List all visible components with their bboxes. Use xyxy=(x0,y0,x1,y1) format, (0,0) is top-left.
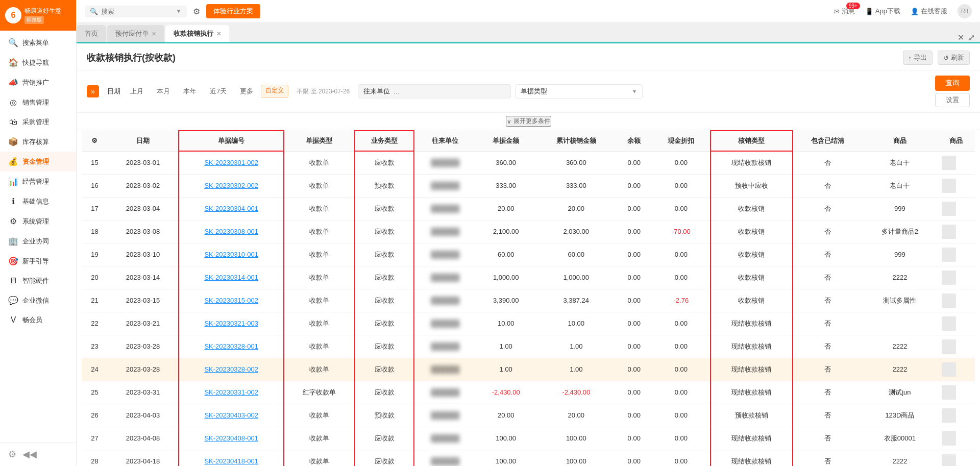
cell-doc-no[interactable]: SK-20230310-001 xyxy=(179,243,284,266)
last7-btn[interactable]: 近7天 xyxy=(204,85,232,98)
th-date[interactable]: 日期 xyxy=(108,131,179,151)
sidebar-item-basic[interactable]: ℹ 基础信息 xyxy=(0,191,76,211)
tab-home[interactable]: 首页 xyxy=(77,25,106,42)
table-row[interactable]: 26 2023-04-03 SK-20230403-002 收款单 预收款 ██… xyxy=(82,404,975,427)
cell-doc-no[interactable]: SK-20230418-001 xyxy=(179,450,284,466)
table-row[interactable]: 19 2023-03-10 SK-20230310-001 收款单 应收款 ██… xyxy=(82,243,975,266)
table-row[interactable]: 27 2023-04-08 SK-20230408-001 收款单 应收款 ██… xyxy=(82,427,975,450)
filter-toggle-button[interactable]: » xyxy=(87,85,99,97)
doc-no-link[interactable]: SK-20230331-002 xyxy=(204,388,258,396)
topbar-gear-icon[interactable]: ⚙ xyxy=(193,7,200,16)
cell-doc-no[interactable]: SK-20230328-001 xyxy=(179,335,284,358)
doc-no-link[interactable]: SK-20230304-001 xyxy=(204,205,258,212)
settings-button[interactable]: 设置 xyxy=(935,93,970,107)
sidebar-item-hardware[interactable]: 🖥 智能硬件 xyxy=(0,271,76,290)
cell-doc-no[interactable]: SK-20230328-002 xyxy=(179,358,284,381)
doc-type-select[interactable]: 单据类型 ▼ xyxy=(515,84,643,99)
sidebar-item-system[interactable]: ⚙ 系统管理 xyxy=(0,211,76,231)
table-row[interactable]: 25 2023-03-31 SK-20230331-002 红字收款单 应收款 … xyxy=(82,381,975,404)
solution-button[interactable]: 体验行业方案 xyxy=(206,4,260,18)
th-product[interactable]: 商品 xyxy=(862,131,937,151)
more-btn[interactable]: 更多 xyxy=(234,85,259,98)
sidebar-item-search[interactable]: 🔍 搜索菜单 xyxy=(0,33,76,53)
sidebar-item-sales[interactable]: ◎ 销售管理 xyxy=(0,92,76,112)
table-row[interactable]: 17 2023-03-04 SK-20230304-001 收款单 应收款 ██… xyxy=(82,197,975,220)
th-biz-type[interactable]: 业务类型 xyxy=(355,131,414,151)
search-input[interactable] xyxy=(101,8,173,15)
doc-no-link[interactable]: SK-20230302-002 xyxy=(204,182,258,189)
cell-doc-no[interactable]: SK-20230403-002 xyxy=(179,404,284,427)
th-product2[interactable]: 商品 xyxy=(938,131,975,151)
last-month-btn[interactable]: 上月 xyxy=(125,85,149,98)
query-button[interactable]: 查询 xyxy=(935,76,970,91)
sidebar-item-enterprise[interactable]: 🏢 企业协同 xyxy=(0,231,76,251)
doc-no-link[interactable]: SK-20230310-001 xyxy=(204,251,258,258)
th-include-settled[interactable]: 包含已结清 xyxy=(793,131,863,151)
table-row[interactable]: 20 2023-03-14 SK-20230314-001 收款单 应收款 ██… xyxy=(82,266,975,289)
online-service-button[interactable]: 👤 在线客服 xyxy=(911,7,947,16)
app-download-button[interactable]: 📱 App下载 xyxy=(865,7,900,16)
this-year-btn[interactable]: 本年 xyxy=(178,85,202,98)
doc-no-link[interactable]: SK-20230301-002 xyxy=(204,159,258,166)
cell-doc-no[interactable]: SK-20230315-002 xyxy=(179,289,284,312)
th-doc-no[interactable]: 单据编号 xyxy=(179,131,284,151)
settings-icon[interactable]: ⚙ xyxy=(8,449,16,460)
cell-doc-no[interactable]: SK-20230408-001 xyxy=(179,427,284,450)
doc-no-link[interactable]: SK-20230408-001 xyxy=(204,434,258,442)
th-partner[interactable]: 往来单位 xyxy=(414,131,476,151)
th-doc-type[interactable]: 单据类型 xyxy=(284,131,354,151)
maximize-icon[interactable]: ⤢ xyxy=(968,33,975,42)
doc-no-link[interactable]: SK-20230308-001 xyxy=(204,228,258,235)
sidebar-item-quicknav[interactable]: 🏠 快捷导航 xyxy=(0,53,76,72)
this-month-btn[interactable]: 本月 xyxy=(151,85,176,98)
th-cancel-type[interactable]: 核销类型 xyxy=(710,131,792,151)
message-button[interactable]: ✉ 消息 99+ xyxy=(834,7,855,16)
doc-no-link[interactable]: SK-20230315-002 xyxy=(204,297,258,304)
table-row[interactable]: 21 2023-03-15 SK-20230315-002 收款单 应收款 ██… xyxy=(82,289,975,312)
cell-doc-no[interactable]: SK-20230308-001 xyxy=(179,220,284,243)
table-row[interactable]: 23 2023-03-28 SK-20230328-001 收款单 应收款 ██… xyxy=(82,335,975,358)
th-cash-discount[interactable]: 现金折扣 xyxy=(652,131,710,151)
table-row[interactable]: 18 2023-03-08 SK-20230308-001 收款单 应收款 ██… xyxy=(82,220,975,243)
refresh-button[interactable]: ↺ 刷新 xyxy=(938,51,970,65)
table-row[interactable]: 15 2023-03-01 SK-20230301-002 收款单 应收款 ██… xyxy=(82,151,975,174)
th-balance[interactable]: 余额 xyxy=(616,131,652,151)
partner-input-wrap[interactable]: 往来单位 … xyxy=(358,84,511,99)
expand-conditions-button[interactable]: ∨ 展开更多条件 xyxy=(506,116,551,127)
export-button[interactable]: ↑ 导出 xyxy=(903,51,933,65)
sidebar-item-finance[interactable]: 💰 资金管理 xyxy=(0,152,76,171)
doc-no-link[interactable]: SK-20230328-001 xyxy=(204,342,258,350)
doc-no-link[interactable]: SK-20230314-001 xyxy=(204,274,258,281)
custom-btn[interactable]: 自定义 xyxy=(261,85,288,98)
th-cumulative[interactable]: 累计核销金额 xyxy=(536,131,616,151)
sidebar-item-inventory[interactable]: 📦 库存核算 xyxy=(0,132,76,152)
sidebar-item-guide[interactable]: 🎯 新手引导 xyxy=(0,251,76,271)
tab-collection[interactable]: 收款核销执行 ✕ xyxy=(165,25,229,42)
th-settings[interactable]: ⚙ xyxy=(82,131,108,151)
cell-doc-no[interactable]: SK-20230314-001 xyxy=(179,266,284,289)
doc-no-link[interactable]: SK-20230418-001 xyxy=(204,457,258,465)
close-tab-icon[interactable]: ✕ xyxy=(958,33,964,42)
table-row[interactable]: 22 2023-03-21 SK-20230321-003 收款单 应收款 ██… xyxy=(82,312,975,335)
doc-no-link[interactable]: SK-20230403-002 xyxy=(204,411,258,419)
cell-doc-no[interactable]: SK-20230321-003 xyxy=(179,312,284,335)
tab-prepay-close[interactable]: ✕ xyxy=(152,31,156,37)
sidebar-item-member[interactable]: V 畅会员 xyxy=(0,310,76,330)
cell-doc-no[interactable]: SK-20230331-002 xyxy=(179,381,284,404)
table-row[interactable]: 28 2023-04-18 SK-20230418-001 收款单 应收款 ██… xyxy=(82,450,975,466)
tab-collection-close[interactable]: ✕ xyxy=(216,31,221,37)
table-row[interactable]: 16 2023-03-02 SK-20230302-002 收款单 预收款 ██… xyxy=(82,174,975,197)
cell-doc-no[interactable]: SK-20230302-002 xyxy=(179,174,284,197)
tab-prepay[interactable]: 预付应付单 ✕ xyxy=(107,25,164,42)
avatar[interactable]: Rit xyxy=(958,4,972,18)
th-amount[interactable]: 单据金额 xyxy=(476,131,536,151)
sidebar-item-purchase[interactable]: 🛍 采购管理 xyxy=(0,112,76,132)
sidebar-item-wechat[interactable]: 💬 企业微信 xyxy=(0,290,76,310)
sidebar-item-operations[interactable]: 📊 经营管理 xyxy=(0,171,76,191)
doc-no-link[interactable]: SK-20230328-002 xyxy=(204,365,258,373)
doc-no-link[interactable]: SK-20230321-003 xyxy=(204,320,258,327)
collapse-icon[interactable]: ◀◀ xyxy=(22,449,37,460)
cell-doc-no[interactable]: SK-20230301-002 xyxy=(179,151,284,174)
cell-doc-no[interactable]: SK-20230304-001 xyxy=(179,197,284,220)
search-bar[interactable]: 🔍 ▼ xyxy=(85,6,187,17)
